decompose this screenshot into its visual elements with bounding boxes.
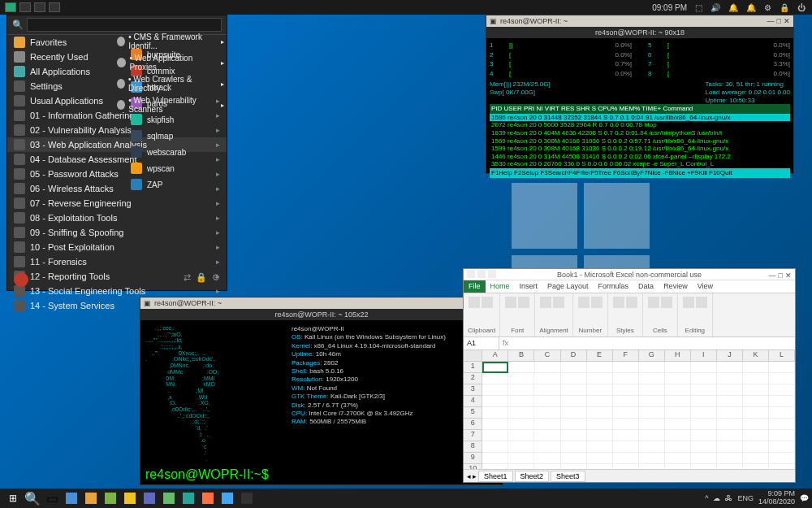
notification-center-icon[interactable]: 💬 — [800, 494, 809, 502]
row-header[interactable]: 9 — [464, 453, 482, 464]
row-header[interactable]: 10 — [464, 464, 482, 469]
cell[interactable] — [665, 453, 691, 464]
cell[interactable] — [561, 407, 587, 419]
cell[interactable] — [508, 362, 534, 373]
cell[interactable] — [717, 396, 743, 407]
ribbon-button[interactable] — [696, 297, 707, 308]
cell[interactable] — [691, 464, 717, 469]
row-header[interactable]: 6 — [464, 419, 482, 430]
cell[interactable] — [482, 362, 508, 373]
cell[interactable] — [665, 362, 691, 373]
cell[interactable] — [534, 419, 560, 430]
cell[interactable] — [743, 464, 769, 469]
close-button[interactable]: ✕ — [785, 270, 792, 281]
tool-item[interactable]: ZAP — [127, 176, 235, 193]
cell[interactable] — [613, 396, 639, 407]
cell[interactable] — [665, 384, 691, 396]
ribbon-button[interactable] — [505, 297, 516, 308]
row-header[interactable]: 7 — [464, 430, 482, 441]
cell[interactable] — [769, 396, 795, 407]
taskbar-app-icon[interactable] — [200, 491, 216, 506]
ribbon-button[interactable] — [518, 297, 529, 308]
taskbar-clock[interactable]: 9:09 PM 14/08/2020 — [758, 490, 795, 506]
cell[interactable] — [743, 441, 769, 453]
cell[interactable] — [639, 441, 665, 453]
shell-prompt[interactable]: re4son@WOPR-II:~$ — [145, 467, 269, 481]
cell[interactable] — [613, 373, 639, 384]
cell[interactable] — [508, 453, 534, 464]
cell[interactable] — [535, 362, 561, 373]
cell[interactable] — [482, 396, 508, 407]
cell[interactable] — [534, 384, 560, 396]
cell[interactable] — [665, 430, 691, 441]
cell[interactable] — [743, 362, 769, 373]
cell[interactable] — [587, 464, 613, 469]
taskbar-app-icon[interactable] — [122, 491, 138, 506]
cell[interactable] — [534, 373, 560, 384]
qat-save-icon[interactable] — [467, 270, 475, 278]
cell[interactable] — [561, 396, 587, 407]
process-row[interactable]: 3530 re4son 20 0 20760 336 0 S 0.0 0.0 0… — [490, 160, 790, 168]
cell[interactable] — [769, 441, 795, 453]
ribbon-button[interactable] — [613, 297, 624, 308]
cell[interactable] — [691, 384, 717, 396]
lock-icon[interactable]: 🔒 — [780, 3, 789, 12]
cell[interactable] — [561, 373, 587, 384]
column-header[interactable]: K — [743, 350, 769, 362]
cell[interactable] — [482, 430, 508, 441]
cell[interactable] — [691, 373, 717, 384]
column-header[interactable]: H — [665, 350, 691, 362]
column-header[interactable]: B — [508, 350, 534, 362]
sheet-nav-icon[interactable]: ◂ — [467, 472, 471, 480]
tray-network-icon[interactable]: 🖧 — [725, 494, 732, 502]
row-header[interactable]: 2 — [464, 373, 482, 384]
cell[interactable] — [613, 453, 639, 464]
cell[interactable] — [691, 453, 717, 464]
cell[interactable] — [691, 441, 717, 453]
cell[interactable] — [508, 464, 534, 469]
window-titlebar[interactable]: ▣ re4son@WOPR-II: ~ — □ ✕ — [486, 15, 793, 27]
cell[interactable] — [561, 430, 587, 441]
cell[interactable] — [769, 453, 795, 464]
cell[interactable] — [665, 441, 691, 453]
window-titlebar[interactable]: ▣ re4son@WOPR-II: ~ — □ ✕ — [140, 297, 503, 309]
cell[interactable] — [534, 453, 560, 464]
submenu-item[interactable]: • Web Application Proxies▸ — [114, 52, 227, 73]
cell[interactable] — [639, 384, 665, 396]
ribbon-tab[interactable]: File — [464, 280, 486, 293]
taskbar-app-icon[interactable] — [180, 491, 197, 506]
taskbar-app-icon[interactable] — [219, 491, 235, 506]
cell[interactable] — [482, 384, 508, 396]
ribbon-tab[interactable]: View — [693, 280, 718, 293]
cell[interactable] — [743, 419, 769, 430]
cell[interactable] — [639, 362, 665, 373]
row-header[interactable]: 5 — [464, 407, 482, 419]
ribbon-button[interactable] — [591, 297, 603, 308]
cell[interactable] — [587, 453, 613, 464]
process-row[interactable]: 1839 re4son 20 0 404M 4636 42208 S 0.7 0… — [490, 129, 790, 137]
cell[interactable] — [482, 419, 508, 430]
column-header[interactable]: F — [613, 350, 639, 362]
cell[interactable] — [561, 419, 587, 430]
name-box[interactable]: A1 — [464, 337, 499, 350]
cell[interactable] — [665, 464, 691, 469]
cell[interactable] — [508, 441, 534, 453]
cell[interactable] — [482, 464, 508, 469]
cell[interactable] — [561, 362, 587, 373]
cell[interactable] — [482, 407, 508, 419]
menu-category[interactable]: 11 - Forensics▸ — [7, 254, 227, 269]
cell[interactable] — [613, 441, 639, 453]
cell[interactable] — [691, 407, 717, 419]
terminal-htop-window[interactable]: ▣ re4son@WOPR-II: ~ — □ ✕ re4son@WOPR-II… — [486, 15, 794, 174]
process-row[interactable]: 1569 re4son 20 0 308M 40168 31036 S 0.0 … — [490, 137, 790, 145]
cell[interactable] — [561, 441, 587, 453]
ribbon-button[interactable] — [553, 297, 564, 308]
cell[interactable] — [561, 384, 587, 396]
cell[interactable] — [561, 464, 587, 469]
cell[interactable] — [691, 430, 717, 441]
row-header[interactable]: 1 — [464, 362, 482, 373]
task-view-icon[interactable]: ▭ — [44, 491, 60, 506]
cell[interactable] — [587, 430, 613, 441]
cell[interactable] — [717, 362, 743, 373]
qat-redo-icon[interactable] — [488, 270, 496, 278]
